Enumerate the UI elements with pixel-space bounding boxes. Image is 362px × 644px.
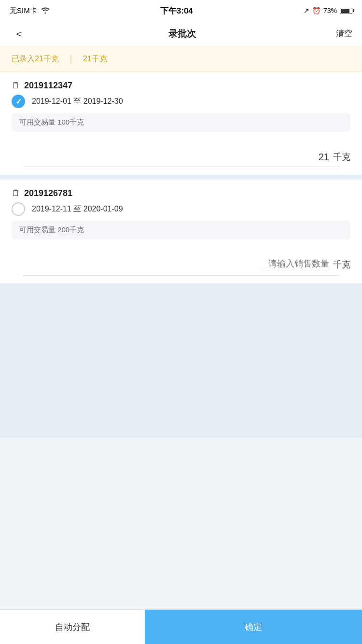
confirm-button[interactable]: 确定 (145, 610, 362, 644)
batch-1-available: 可用交易量 100千克 (12, 113, 350, 132)
batch-2-icon: 🗒 (12, 188, 20, 198)
batch-2-date-row: 2019-12-11 至 2020-01-09 (12, 202, 350, 216)
status-bar: 无SIM卡 下午3:04 ↗ ⏰ 73% (0, 0, 362, 21)
check-icon: ✓ (15, 97, 22, 106)
batch-1-radio[interactable]: ✓ (12, 95, 25, 108)
status-left: 无SIM卡 (10, 6, 50, 15)
clear-button[interactable]: 清空 (336, 28, 352, 39)
summary-recorded: 已录入21千克 (12, 54, 59, 64)
section-separator (0, 175, 362, 180)
summary-banner: 已录入21千克 ｜ 21千克 (0, 46, 362, 72)
page-title: 录批次 (168, 28, 196, 40)
carrier-text: 无SIM卡 (10, 6, 37, 15)
batch-item-2: 🗒 2019126781 2019-12-11 至 2020-01-09 可用交… (0, 180, 362, 283)
batch-1-date-row: ✓ 2019-12-01 至 2019-12-30 (12, 95, 350, 108)
status-right: ↗ ⏰ 73% (304, 7, 352, 14)
batch-1-quantity-value: 21 (319, 152, 329, 163)
location-icon: ↗ (304, 7, 309, 14)
batch-2-id: 2019126781 (24, 188, 72, 198)
batch-item-1: 🗒 2019112347 ✓ 2019-12-01 至 2019-12-30 可… (0, 72, 362, 175)
batch-1-date: 2019-12-01 至 2019-12-30 (32, 97, 123, 107)
alarm-icon: ⏰ (312, 7, 320, 14)
battery-icon (340, 8, 352, 14)
batch-1-header: 🗒 2019112347 (12, 81, 350, 91)
summary-divider: ｜ (67, 53, 75, 65)
batch-2-unit: 千克 (333, 259, 350, 270)
batch-2-header: 🗒 2019126781 (12, 188, 350, 198)
batch-1-quantity-row: 21 千克 (0, 146, 362, 163)
batch-2-quantity-input[interactable] (262, 259, 329, 270)
batch-2-available: 可用交易量 200千克 (12, 221, 350, 239)
batch-2-quantity-row: 千克 (0, 254, 362, 272)
batch-1-id: 2019112347 (24, 81, 72, 91)
batch-2-radio[interactable] (12, 202, 25, 216)
wifi-icon (41, 7, 50, 15)
bottom-bar: 自动分配 确定 (0, 609, 362, 644)
batch-1-icon: 🗒 (12, 81, 20, 91)
batch-2-date: 2019-12-11 至 2020-01-09 (32, 204, 123, 214)
battery-percentage: 73% (323, 7, 337, 14)
batch-1-quantity-unit: 千克 (333, 151, 350, 163)
summary-total: 21千克 (83, 54, 107, 64)
status-time: 下午3:04 (160, 5, 193, 16)
nav-bar: ＜ 录批次 清空 (0, 21, 362, 46)
empty-area (0, 283, 362, 438)
auto-distribute-button[interactable]: 自动分配 (0, 610, 145, 644)
back-button[interactable]: ＜ (10, 23, 28, 45)
